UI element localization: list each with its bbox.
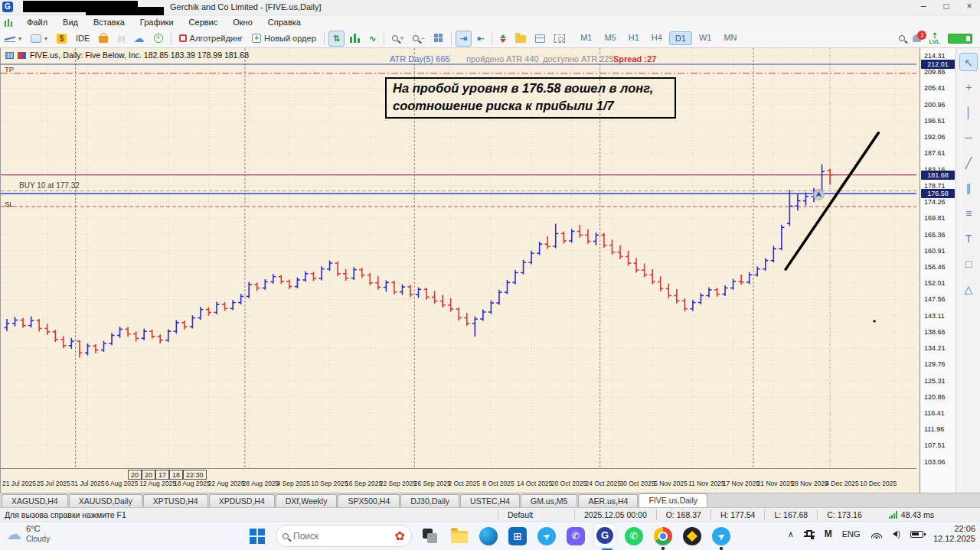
rectangle-tool-icon[interactable]: □ [959, 255, 978, 273]
antivirus-button[interactable] [681, 526, 703, 547]
anchor-box: 22:30 [183, 470, 207, 480]
community-button[interactable]: + [150, 31, 167, 47]
timeframe-M1[interactable]: M1 [575, 31, 597, 45]
cursor-tool-icon[interactable]: ↖ [959, 53, 978, 71]
notification-bell-icon[interactable]: 1 [913, 34, 921, 42]
auto-scroll-button[interactable]: ⇤ [473, 31, 488, 47]
open-folder-button[interactable] [511, 31, 530, 47]
viber-button[interactable]: ✆ [565, 526, 586, 547]
chart-tab-DXf-Weekly[interactable]: DXf,Weekly [276, 494, 338, 507]
profiles-button[interactable]: ▾ [27, 31, 51, 47]
vertical-line-tool-icon[interactable]: │ [959, 103, 978, 122]
maximize-button[interactable]: □ [940, 1, 952, 11]
telegram-2-button[interactable]: ➤ [710, 526, 732, 547]
quick-settings-icon[interactable] [804, 529, 815, 539]
menu-item-5[interactable]: Окно [225, 16, 260, 28]
algo-trading-button[interactable]: Алготрейдинг [175, 31, 247, 47]
chart-type-button[interactable]: ▾ [1, 31, 25, 47]
start-button[interactable] [247, 526, 268, 547]
arrows-button[interactable] [496, 31, 510, 47]
horizontal-line-tool-icon[interactable]: ─ [959, 129, 978, 147]
layout-button[interactable] [531, 31, 549, 47]
clock[interactable]: 22:0612.12.2025 [933, 524, 975, 544]
timeframe-D1[interactable]: D1 [669, 31, 692, 45]
volume-icon[interactable]: ) [893, 530, 900, 539]
menu-item-1[interactable]: Вид [55, 16, 86, 28]
chart-tab-XAGUSD-H4[interactable]: XAGUSD,H4 [2, 494, 68, 507]
cloud-weather-icon: ☁ [6, 525, 21, 543]
profile-name[interactable]: Default [498, 509, 574, 520]
search-icon[interactable] [899, 35, 905, 41]
signals-icon: (ο) [117, 34, 124, 43]
bar-chart-mode-button[interactable]: ⇅ [328, 31, 345, 47]
edge-button[interactable] [478, 526, 499, 547]
lvl-indicator-icon[interactable]: ⇡LVL [929, 33, 940, 44]
shopping-bag-icon [99, 36, 108, 43]
metatrader-tray-icon[interactable]: M [825, 529, 832, 539]
price-tick: 160.91 [924, 247, 946, 255]
task-view-button[interactable] [420, 526, 441, 547]
menu-item-3[interactable]: Графики [132, 16, 181, 28]
market-button[interactable] [95, 31, 112, 47]
fibonacci-tool-icon[interactable]: ≡ [959, 204, 978, 223]
telegram-button[interactable]: ➤ [536, 526, 557, 547]
zoom-in-button[interactable]: + [388, 31, 407, 47]
timeframe-H4[interactable]: H4 [646, 31, 668, 45]
chrome-button[interactable] [652, 526, 674, 547]
chart-tab-AER-us-H4[interactable]: AER.us,H4 [578, 494, 638, 507]
date-axis[interactable]: 21 Jul 202525 Jul 202531 Jul 20256 Aug 2… [1, 480, 920, 492]
taskbar-search[interactable]: ✿ [276, 525, 412, 547]
line-chart-mode-button[interactable]: ∿ [365, 31, 380, 47]
tile-windows-button[interactable] [430, 31, 447, 47]
one-click-trading-icon[interactable] [5, 52, 14, 59]
price-scale[interactable]: 214.31209.86205.41200.96196.51192.06187.… [920, 48, 956, 493]
cloud-button[interactable]: ☁ [130, 31, 149, 47]
crosshair-tool-icon[interactable]: + [959, 78, 978, 96]
chart-tab-XAUUSD-Daily[interactable]: XAUUSD,Daily [69, 494, 142, 507]
shapes-tool-icon[interactable]: △ [959, 280, 978, 298]
chart-tab-GM-us-M5[interactable]: GM.us,M5 [521, 494, 577, 507]
timeframe-MN[interactable]: MN [718, 31, 742, 45]
chart-tab-XPTUSD-H4[interactable]: XPTUSD,H4 [143, 494, 208, 507]
chart-tab-USTEC-H4[interactable]: USTEC,H4 [460, 494, 520, 507]
notification-badge: 1 [917, 31, 926, 40]
close-button[interactable]: × [963, 1, 975, 11]
zoom-out-button[interactable]: − [409, 31, 428, 47]
gerchik-terminal-button[interactable]: G [594, 526, 616, 547]
search-input[interactable] [293, 531, 374, 542]
tile-windows-icon [434, 34, 443, 43]
menu-item-2[interactable]: Вставка [86, 16, 132, 28]
menu-item-0[interactable]: Файл [19, 16, 55, 28]
ide-button[interactable]: IDE [72, 31, 93, 47]
timeframe-M5[interactable]: M5 [599, 31, 621, 45]
language-indicator[interactable]: ENG [842, 529, 861, 539]
channel-tool-icon[interactable]: ∥ [959, 179, 978, 197]
chart-tab-DJ30-Daily[interactable]: DJ30,Daily [400, 494, 459, 507]
microsoft-store-button[interactable]: ⊞ [507, 526, 528, 547]
timeframe-H1[interactable]: H1 [623, 31, 645, 45]
whatsapp-button[interactable]: ✆ [623, 526, 645, 547]
ide-label: IDE [76, 34, 90, 43]
chart-tab-FIVE-us-Daily[interactable]: FIVE.us,Daily [639, 493, 707, 507]
chart-shift-button[interactable]: ⇥ [456, 31, 472, 47]
menu-item-6[interactable]: Справка [260, 16, 309, 28]
file-explorer-button[interactable] [449, 526, 470, 547]
tray-date: 12.12.2025 [933, 534, 975, 543]
chart-tab-SPX500-H4[interactable]: SPX500,H4 [338, 494, 400, 507]
text-tool-icon[interactable]: T [959, 229, 978, 248]
battery-icon[interactable] [910, 531, 923, 538]
chart-tab-XPDUSD-H4[interactable]: XPDUSD,H4 [209, 494, 275, 507]
trendline-tool-icon[interactable]: ╱ [959, 154, 978, 172]
menu-item-4[interactable]: Сервис [181, 16, 226, 28]
candle-chart-mode-button[interactable] [346, 31, 364, 47]
screenshot-button[interactable] [550, 31, 569, 47]
hidden-icons-chevron[interactable]: ∧ [788, 529, 794, 539]
depth-of-market-icon[interactable] [18, 52, 26, 59]
signals-button[interactable]: (ο) [113, 31, 128, 47]
timeframe-W1[interactable]: W1 [694, 31, 717, 45]
deposit-button[interactable]: $ [53, 31, 70, 47]
weather-widget[interactable]: ☁ 6°CCloudy [6, 524, 50, 544]
minimize-button[interactable]: – [917, 1, 929, 11]
wifi-icon[interactable] [871, 530, 883, 539]
new-order-button[interactable]: +Новый ордер [248, 31, 320, 47]
